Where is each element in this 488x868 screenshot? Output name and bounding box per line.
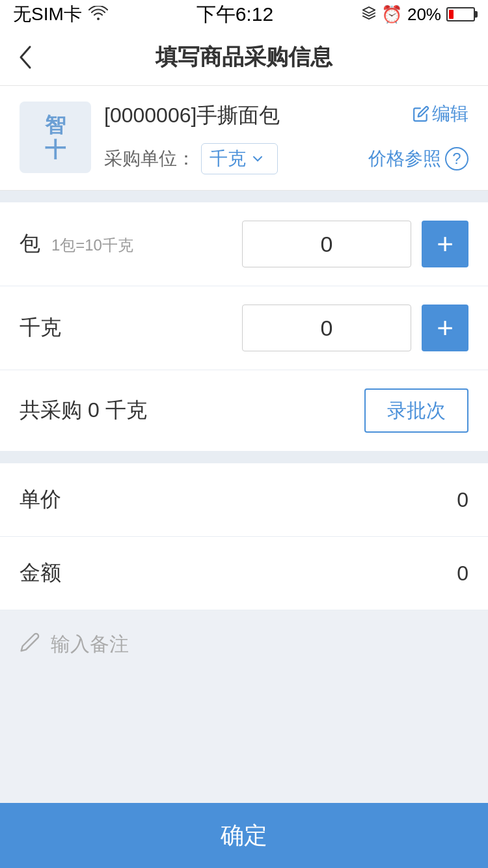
back-button[interactable] — [16, 43, 34, 72]
bag-plus-button[interactable]: + — [422, 221, 468, 267]
section-divider-1 — [0, 191, 488, 202]
bag-row: 包 1包=10千克 0 + — [0, 202, 488, 286]
summary-text: 共采购 0 千克 — [20, 396, 147, 425]
kg-input[interactable]: 0 — [242, 305, 411, 351]
unit-price-row: 单价 0 — [0, 463, 488, 537]
alarm-icon: ⏰ — [381, 5, 402, 25]
kg-plus-button[interactable]: + — [422, 305, 468, 351]
product-card: 智 十 [0000006]手撕面包 编辑 采购单位： 千克 — [0, 86, 488, 191]
bag-label: 包 — [20, 232, 40, 255]
unit-price-value: 0 — [457, 488, 468, 512]
unit-select[interactable]: 千克 — [201, 143, 278, 174]
form-section: 包 1包=10千克 0 + 千克 0 + 共采购 0 千克 录批次 — [0, 202, 488, 452]
note-pencil-icon — [20, 632, 40, 658]
status-right: ⏰ 20% — [362, 5, 475, 25]
amount-value: 0 — [457, 562, 468, 586]
status-bar: 无SIM卡 下午6:12 ⏰ 20% — [0, 0, 488, 29]
amount-row: 金额 0 — [0, 537, 488, 610]
page-title: 填写商品采购信息 — [156, 42, 332, 72]
time-display: 下午6:12 — [197, 1, 273, 28]
edit-button[interactable]: 编辑 — [413, 102, 468, 126]
price-ref-button[interactable]: 价格参照 ? — [368, 146, 468, 171]
battery-percent: 20% — [407, 5, 441, 25]
price-section: 单价 0 金额 0 — [0, 463, 488, 610]
product-info: [0000006]手撕面包 编辑 采购单位： 千克 价格 — [104, 102, 468, 174]
battery-icon — [446, 7, 475, 21]
kg-label: 千克 — [20, 314, 72, 342]
carrier-label: 无SIM卡 — [13, 2, 82, 27]
note-section[interactable]: 输入备注 — [0, 610, 488, 679]
unit-price-label: 单价 — [20, 485, 61, 514]
status-left: 无SIM卡 — [13, 2, 108, 27]
location-icon — [362, 5, 376, 25]
kg-row: 千克 0 + — [0, 286, 488, 370]
bag-sublabel: 1包=10千克 — [51, 236, 133, 254]
product-name: [0000006]手撕面包 — [104, 102, 280, 130]
product-logo: 智 十 — [20, 102, 91, 173]
amount-label: 金额 — [20, 559, 61, 588]
unit-label-text: 采购单位： — [104, 148, 195, 169]
bag-input[interactable]: 0 — [242, 221, 411, 267]
confirm-button[interactable]: 确定 — [0, 803, 488, 868]
wifi-icon — [88, 4, 108, 25]
price-ref-help-icon: ? — [445, 147, 468, 170]
note-placeholder: 输入备注 — [51, 631, 129, 658]
summary-row: 共采购 0 千克 录批次 — [0, 370, 488, 452]
section-divider-2 — [0, 452, 488, 463]
record-batch-button[interactable]: 录批次 — [364, 388, 468, 433]
nav-bar: 填写商品采购信息 — [0, 29, 488, 86]
